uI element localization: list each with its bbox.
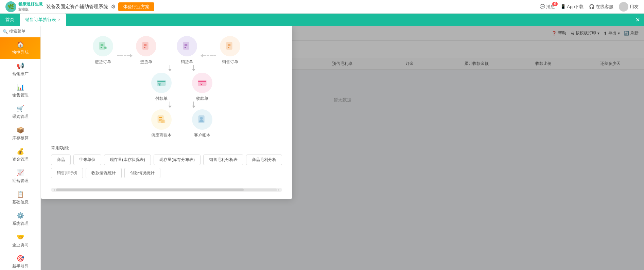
sidebar-label-purchase: 采购管理: [12, 114, 29, 120]
sidebar-label-inventory: 库存核算: [12, 135, 29, 141]
receipt-bill-label: 收款单: [196, 96, 208, 102]
scroll-right-arrow[interactable]: ›: [277, 188, 281, 192]
sidebar-label-system: 系统管理: [12, 221, 29, 227]
sidebar-label-operations: 经营管理: [12, 178, 29, 184]
sidebar-item-marketing[interactable]: 📢 营销推广: [0, 59, 40, 80]
common-btn-product-profit[interactable]: 商品毛利分析: [246, 155, 282, 165]
flow-node-sales-bill[interactable]: 销货单: [177, 36, 197, 65]
flow-node-purchase-bill[interactable]: 进货单: [136, 36, 156, 65]
tab-active[interactable]: 销售订单执行表 ×: [20, 14, 66, 26]
scroll-track: [56, 188, 277, 191]
purchase-bill-label: 进货单: [140, 59, 152, 65]
flow-section: 进货订单: [41, 26, 292, 145]
common-btn-stock-dist[interactable]: 现存量(库存分布表): [154, 155, 201, 165]
new-guide-icon: 🎯: [17, 255, 24, 262]
common-btn-sales-rank[interactable]: 销售排行榜: [51, 168, 83, 178]
sidebar-label-new-guide: 新手引导: [12, 264, 29, 269]
sales-order-icon: [220, 36, 240, 56]
top-header: 🌿 畅康通好生意 标准版 装备及固定资产辅助管理系统 ⚙ 体验行业方案 💬 6 …: [0, 0, 644, 14]
sidebar-item-quick-nav[interactable]: 🏠 快捷导航: [0, 37, 40, 59]
user-label: 用友: [630, 4, 639, 10]
scroll-left-arrow[interactable]: ‹: [52, 188, 56, 192]
sidebar-label-marketing: 营销推广: [12, 71, 29, 77]
sidebar-item-system[interactable]: ⚙️ 系统管理: [0, 209, 40, 230]
tab-home[interactable]: 首页: [0, 14, 20, 26]
customer-ledger-icon: [192, 109, 212, 130]
flow-node-sales-order[interactable]: 销售订单: [220, 36, 240, 65]
sales-icon: 📊: [17, 84, 24, 91]
experience-btn[interactable]: 体验行业方案: [118, 2, 154, 11]
sidebar-label-finance: 资金管理: [12, 157, 29, 162]
online-service[interactable]: 🎧 在线客服: [589, 4, 613, 10]
common-btn-product[interactable]: 商品: [51, 155, 71, 165]
message-badge: 6: [552, 2, 558, 6]
modal-overlay[interactable]: 进货订单: [41, 26, 644, 270]
flow-node-purchase-order[interactable]: 进货订单: [93, 36, 113, 65]
common-functions-section: 常用功能 商品 往来单位 现存量(库存状况表) 现存量(库存分布表) 销售毛利分…: [41, 145, 292, 184]
user-area[interactable]: 用友: [619, 2, 639, 12]
enterprise-icon: 🤝: [17, 233, 24, 241]
common-btn-receipt-stat[interactable]: 收款情况统计: [86, 168, 122, 178]
sidebar-label-sales: 销售管理: [12, 92, 29, 98]
payment-bill-label: 付款单: [155, 96, 168, 102]
sidebar-item-finance[interactable]: 💰 资金管理: [0, 144, 40, 166]
tab-close-icon[interactable]: ×: [58, 17, 60, 22]
marketing-icon: 📢: [17, 62, 24, 70]
sidebar-item-enterprise[interactable]: 🤝 企业协同: [0, 230, 40, 251]
logo-icon: 🌿: [5, 1, 16, 12]
sales-order-label: 销售订单: [222, 59, 238, 65]
sidebar: 🔍 搜索菜单 🏠 快捷导航 📢 营销推广 📊 销售管理 🛒 采购管理 📦 库存核…: [0, 26, 41, 270]
sidebar-item-purchase[interactable]: 🛒 采购管理: [0, 102, 40, 123]
customer-ledger-label: 客户账本: [194, 132, 210, 138]
flow-node-customer-ledger[interactable]: 客户账本: [192, 109, 212, 138]
svg-point-30: [200, 117, 203, 120]
sidebar-item-new-guide[interactable]: 🎯 新手引导: [0, 251, 40, 270]
modal-scrollbar[interactable]: ‹ ›: [51, 188, 282, 192]
window-close-btn[interactable]: ✕: [636, 17, 640, 23]
active-tab-label: 销售订单执行表: [25, 17, 56, 23]
app-download-icon: 📱: [560, 4, 566, 9]
purchase-order-label: 进货订单: [95, 59, 111, 65]
sidebar-search-label: 搜索菜单: [9, 29, 25, 34]
finance-icon: 💰: [17, 148, 24, 155]
headset-icon: 🎧: [589, 4, 594, 9]
sidebar-item-inventory[interactable]: 📦 库存核算: [0, 123, 40, 144]
sidebar-label-quick-nav: 快捷导航: [12, 50, 29, 55]
logo-text: 畅康通好生意: [18, 1, 43, 7]
sidebar-item-basic-info[interactable]: 📋 基础信息: [0, 187, 40, 209]
payment-bill-icon: ¥: [151, 73, 172, 93]
common-btn-payment-stat[interactable]: 付款情况统计: [124, 168, 160, 178]
flow-node-supplier-ledger[interactable]: 供应商账本: [151, 109, 172, 138]
app-download-label: App下载: [567, 4, 584, 9]
logo-area: 🌿 畅康通好生意 标准版: [5, 1, 46, 12]
flow-node-payment-bill[interactable]: ¥ 付款单: [151, 73, 172, 102]
common-btns-row1: 商品 往来单位 现存量(库存状况表) 现存量(库存分布表) 销售毛利分析表 商品…: [51, 155, 282, 165]
flow-node-receipt-bill[interactable]: ¥ 收款单: [192, 73, 212, 102]
system-name: 装备及固定资产辅助管理系统: [46, 4, 108, 10]
app-download[interactable]: 📱 App下载: [560, 4, 584, 10]
home-tab-label: 首页: [5, 17, 14, 23]
common-btn-partner[interactable]: 往来单位: [73, 155, 101, 165]
sales-bill-icon: [177, 36, 197, 56]
common-btn-stock-status[interactable]: 现存量(库存状况表): [104, 155, 151, 165]
message-area[interactable]: 💬 6 消息: [540, 4, 555, 10]
common-btns-row2: 销售排行榜 收款情况统计 付款情况统计: [51, 168, 282, 178]
message-icon: 💬: [540, 4, 545, 9]
svg-text:¥: ¥: [200, 83, 203, 86]
svg-rect-28: [161, 120, 165, 123]
purchase-order-icon: [93, 36, 113, 56]
common-btn-sales-profit[interactable]: 销售毛利分析表: [203, 155, 243, 165]
sidebar-label-basic-info: 基础信息: [12, 199, 29, 205]
gear-button[interactable]: ⚙: [111, 3, 116, 10]
sidebar-item-sales[interactable]: 📊 销售管理: [0, 80, 40, 102]
supplier-ledger-label: 供应商账本: [151, 132, 172, 138]
receipt-bill-icon: ¥: [192, 73, 212, 93]
content-area: ❓ 帮助 🖨 按模板打印 ▾ ⬆ 导出 ▾ 🔄 刷新: [41, 26, 644, 270]
modal-dialog: 进货订单: [41, 26, 292, 199]
basic-info-icon: 📋: [17, 191, 24, 198]
sidebar-search[interactable]: 🔍 搜索菜单: [0, 26, 40, 37]
header-right: 💬 6 消息 📱 App下载 🎧 在线客服 用友: [540, 2, 639, 12]
sidebar-item-operations[interactable]: 📈 经营管理: [0, 166, 40, 187]
search-icon: 🔍: [3, 29, 8, 34]
online-service-label: 在线客服: [596, 4, 613, 9]
